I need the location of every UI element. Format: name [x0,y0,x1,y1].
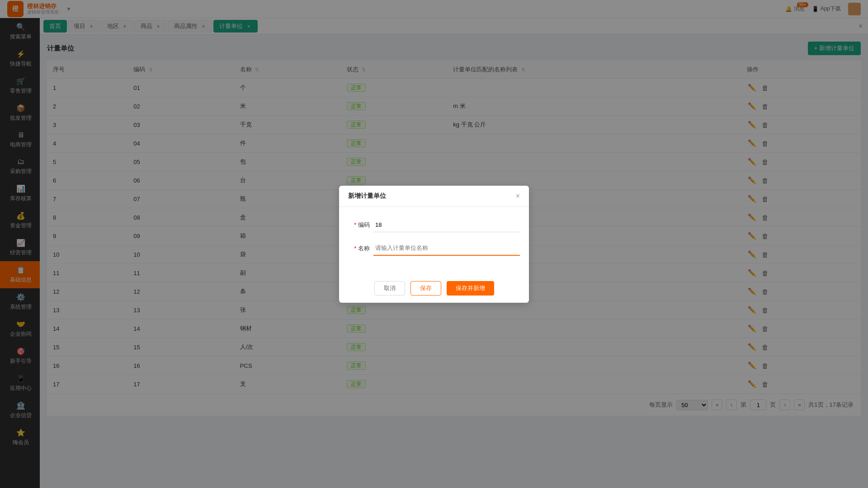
add-unit-modal: 新增计量单位 × 编码 名称 取消 保存 保存并新增 [339,186,529,303]
modal-title: 新增计量单位 [348,192,386,200]
save-btn[interactable]: 保存 [410,281,441,296]
name-form-row: 名称 [348,241,520,256]
modal-body: 编码 名称 [339,207,529,276]
code-label: 编码 [348,221,370,229]
modal-header: 新增计量单位 × [339,186,529,207]
modal-overlay: 新增计量单位 × 编码 名称 取消 保存 保存并新增 [0,0,868,488]
modal-footer: 取消 保存 保存并新增 [339,276,529,303]
code-input[interactable] [373,218,520,232]
cancel-btn[interactable]: 取消 [374,281,405,296]
code-form-row: 编码 [348,218,520,232]
name-label: 名称 [348,244,370,253]
modal-close-btn[interactable]: × [516,192,520,200]
name-input[interactable] [373,241,520,256]
save-new-btn[interactable]: 保存并新增 [447,281,494,296]
